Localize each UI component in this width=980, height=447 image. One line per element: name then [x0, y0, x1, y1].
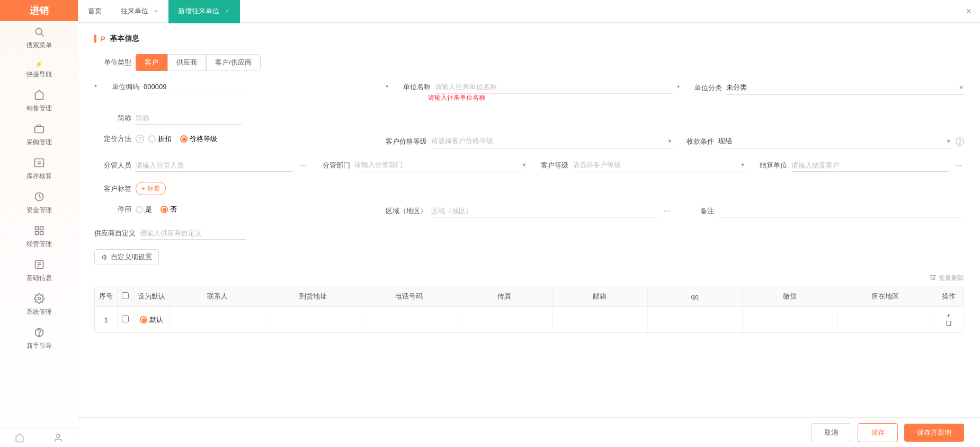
tab-partners-close[interactable]: × [153, 7, 159, 15]
manager-more-btn[interactable]: ··· [297, 161, 308, 170]
qq-input[interactable] [652, 316, 738, 324]
short-name-input[interactable] [136, 112, 242, 125]
tab-new-partner-close[interactable]: × [224, 7, 230, 15]
payment-terms-select[interactable]: 现结 ▼ [718, 134, 951, 148]
sidebar-item-guide[interactable]: 新手引导 [0, 322, 78, 356]
fax-input[interactable] [461, 316, 548, 324]
pricing-method-help[interactable]: ? [136, 135, 144, 143]
type-btn-customer[interactable]: 客户 [136, 54, 167, 71]
settlement-unit-input[interactable] [791, 159, 949, 172]
section-bar [94, 34, 96, 43]
tab-new-partner[interactable]: 新增往来单位 × [168, 0, 239, 23]
pricing-discount-circle [148, 135, 156, 143]
contact-input[interactable] [174, 316, 261, 324]
sidebar-item-finance[interactable]: 资金管理 [0, 186, 78, 220]
user-bottom-btn[interactable] [54, 433, 63, 443]
customer-level-select[interactable]: 请选择客户等级 ▼ [573, 158, 746, 172]
save-button[interactable]: 保存 [858, 423, 898, 442]
pricing-method-radio-group: 折扣 价格等级 [148, 134, 217, 144]
default-radio[interactable]: 默认 [138, 315, 165, 325]
sidebar: 进销 搜索菜单 ⚡ 快捷导航 销售管理 采购管理 库存核算 资金管理 [0, 0, 78, 447]
cell-email[interactable] [552, 307, 647, 333]
cell-wechat[interactable] [742, 307, 838, 333]
type-btn-supplier[interactable]: 供应商 [167, 54, 206, 71]
cancel-button[interactable]: 取消 [811, 423, 851, 442]
add-tag-button[interactable]: + 标签 [136, 182, 166, 195]
manager-input[interactable] [136, 159, 293, 172]
cell-contact[interactable] [170, 307, 265, 333]
region-input[interactable] [431, 205, 657, 217]
sidebar-item-basic[interactable]: 基础信息 [0, 254, 78, 288]
department-field: 分管部门 请输入分管部门 ▼ [313, 158, 528, 172]
unit-code-field: * 单位编码 [94, 81, 381, 93]
tab-partners[interactable]: 往来单位 × [111, 0, 168, 23]
sidebar-item-purchase-label: 采购管理 [26, 138, 52, 147]
supplier-custom-row: 供应商自定义 [94, 227, 964, 240]
col-action: 操作 [933, 286, 964, 307]
unit-name-input[interactable] [435, 81, 673, 93]
department-label: 分管部门 [313, 161, 350, 170]
col-contact: 联系人 [170, 286, 265, 307]
add-row-btn[interactable]: + [947, 311, 951, 319]
payment-terms-field: 收款条件 现结 ▼ ? [677, 134, 964, 148]
sidebar-item-quick-nav[interactable]: ⚡ 快捷导航 [0, 55, 78, 84]
pricing-discount-radio[interactable]: 折扣 [148, 134, 172, 144]
cell-address[interactable] [265, 307, 361, 333]
unit-code-input[interactable] [144, 81, 250, 93]
customer-price-level-select[interactable]: 请选择客户价格等级 ▼ [431, 134, 673, 148]
sidebar-item-operations[interactable]: 经营管理 [0, 220, 78, 254]
pricing-level-dot [182, 137, 186, 141]
window-close-button[interactable]: × [957, 0, 980, 22]
disabled-field: 停用 是 否 [94, 205, 381, 214]
tab-home[interactable]: 首页 [78, 0, 111, 23]
pricing-method-label: 定价方法 [94, 134, 131, 144]
tag-add-icon: + [141, 185, 145, 192]
operations-icon [34, 225, 44, 238]
contact-table-container: 序号 设为默认 联系人 到货地址 电话号码 传真 邮箱 qq 微信 所在地区 [94, 286, 964, 333]
home-bottom-btn[interactable] [15, 433, 24, 443]
sidebar-item-system[interactable]: 系统管理 [0, 288, 78, 322]
remarks-input[interactable] [718, 205, 964, 217]
col-qq: qq [647, 286, 742, 307]
supplier-custom-input[interactable] [140, 227, 246, 240]
unit-category-select[interactable]: 未分类 ▼ [726, 81, 964, 95]
default-radio-label: 默认 [149, 315, 163, 325]
sidebar-item-inventory[interactable]: 库存核算 [0, 152, 78, 186]
region-more-btn[interactable]: ··· [662, 206, 673, 216]
col-default: 设为默认 [133, 286, 170, 307]
save-new-button[interactable]: 保存并新增 [904, 424, 964, 442]
row-checkbox[interactable] [122, 315, 129, 322]
settlement-unit-more-btn[interactable]: ··· [953, 161, 964, 170]
wechat-input[interactable] [747, 316, 833, 324]
sidebar-item-search-menu-label: 搜索菜单 [26, 41, 52, 50]
type-btn-both[interactable]: 客户/供应商 [206, 54, 261, 71]
email-input[interactable] [557, 316, 643, 324]
unit-name-field: * 单位名称 [386, 81, 673, 93]
disabled-no-label: 否 [170, 205, 177, 214]
disabled-no-radio[interactable]: 否 [161, 205, 177, 214]
sidebar-item-inventory-label: 库存核算 [26, 172, 52, 181]
cell-phone[interactable] [361, 307, 457, 333]
phone-input[interactable] [366, 316, 452, 324]
cell-qq[interactable] [647, 307, 742, 333]
cell-area[interactable] [838, 307, 933, 333]
col-phone: 电话号码 [361, 286, 457, 307]
custom-settings-button[interactable]: ⚙ 自定义项设置 [94, 249, 159, 265]
guide-icon [34, 327, 44, 339]
area-input[interactable] [842, 316, 929, 324]
svg-rect-10 [40, 232, 43, 235]
payment-terms-help[interactable]: ? [956, 137, 964, 146]
sidebar-item-purchase[interactable]: 采购管理 [0, 118, 78, 152]
sidebar-item-search-menu[interactable]: 搜索菜单 [0, 21, 78, 55]
sidebar-item-sales[interactable]: 销售管理 [0, 84, 78, 118]
select-all-checkbox[interactable] [122, 292, 129, 299]
department-select[interactable]: 请输入分管部门 ▼ [354, 158, 528, 172]
disabled-yes-radio[interactable]: 是 [136, 205, 152, 214]
delete-row-btn[interactable] [945, 320, 952, 328]
cell-fax[interactable] [457, 307, 553, 333]
col-seq: 序号 [95, 286, 118, 307]
batch-delete-label[interactable]: 批量删除 [939, 274, 964, 283]
pricing-level-radio[interactable]: 价格等级 [180, 134, 217, 144]
address-input[interactable] [270, 316, 357, 324]
department-placeholder: 请输入分管部门 [354, 160, 403, 170]
